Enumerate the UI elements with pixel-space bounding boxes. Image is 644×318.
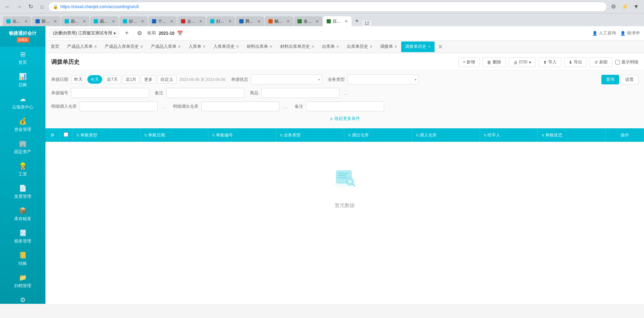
date-today-btn[interactable]: 今天	[87, 75, 102, 84]
import-btn[interactable]: ⬆ 导入	[539, 57, 561, 67]
page-tab-close-icon[interactable]: ✕	[311, 45, 314, 49]
detail-in-more-btn[interactable]: ...	[160, 104, 167, 109]
col-out-warehouse[interactable]: ⇅ 调出仓库	[344, 128, 412, 142]
sidebar-item-基础设置[interactable]: ⚙基础设置	[0, 292, 45, 304]
tab-close-icon[interactable]: ✕	[199, 19, 202, 24]
export-btn[interactable]: ⬇ 导出	[564, 57, 587, 67]
page-tab-close-icon[interactable]: ✕	[178, 45, 181, 49]
delete-btn[interactable]: 🗑 删除	[482, 57, 506, 67]
goods-input[interactable]	[261, 88, 339, 98]
page-tab-close-icon[interactable]: ✕	[428, 45, 431, 49]
page-tab-close-icon[interactable]: ✕	[269, 45, 272, 49]
browser-tab[interactable]: 在...✕	[3, 16, 31, 26]
col-voucher-date[interactable]: ⇅ 单账日期	[140, 128, 208, 142]
col-in-warehouse[interactable]: ⇅ 调入仓库	[412, 128, 480, 142]
back-btn[interactable]: ←	[3, 2, 13, 12]
profile-btn[interactable]: ⚡	[620, 2, 630, 12]
remark2-input[interactable]	[306, 101, 384, 111]
page-tab-close-icon[interactable]: ✕	[370, 45, 372, 49]
goods-more-btn[interactable]: ...	[342, 90, 349, 96]
display-detail-check[interactable]	[615, 60, 620, 65]
browser-tab[interactable]: 好...✕	[207, 16, 235, 26]
menu-btn[interactable]: ▼	[631, 2, 641, 12]
refresh-btn[interactable]: ↺ 刷新	[590, 57, 612, 67]
close-all-tabs-btn[interactable]: ✕	[435, 40, 446, 53]
tab-close-icon[interactable]: ✕	[141, 19, 144, 24]
status-select[interactable]	[251, 74, 322, 84]
query-btn[interactable]: 查询	[601, 75, 619, 84]
date-1month-btn[interactable]: 近1月	[122, 75, 140, 84]
date-custom-btn[interactable]: 自定义	[157, 75, 176, 84]
browser-tab[interactable]: 腾...✕	[236, 16, 264, 26]
sidebar-item-总账[interactable]: 📊总账	[0, 69, 45, 91]
col-status[interactable]: ⇅ 单账状态	[537, 128, 605, 142]
detail-out-more-btn[interactable]: ...	[282, 104, 289, 109]
page-tab-出库单[interactable]: 出库单 ✕	[318, 41, 343, 52]
col-biz-type[interactable]: ⇅ 业务类型	[276, 128, 344, 142]
refresh-btn[interactable]: ↻	[26, 2, 36, 12]
date-more-btn[interactable]: 更多	[141, 75, 156, 84]
type-select[interactable]	[348, 74, 419, 84]
date-7days-btn[interactable]: 近7天	[104, 75, 121, 84]
col-handler[interactable]: ⇅ 经手人	[480, 128, 538, 142]
browser-tab[interactable]: 新...✕	[32, 16, 60, 26]
service-btn[interactable]: 👤 人工咨询	[592, 30, 616, 36]
forward-btn[interactable]: →	[14, 2, 24, 12]
page-tab-出库单历史[interactable]: 出库单历史 ✕	[343, 41, 376, 52]
page-tab-入库单[interactable]: 入库单 ✕	[185, 41, 209, 52]
display-detail-checkbox[interactable]: 显示明细	[615, 59, 638, 65]
add-company-btn[interactable]: +	[122, 28, 132, 38]
new-btn[interactable]: + 新增	[458, 57, 480, 67]
page-tab-材料出库单历史[interactable]: 材料出库单历史 ✕	[276, 41, 318, 52]
voucher-input[interactable]	[71, 88, 149, 98]
page-tab-调拨单[interactable]: 调拨单 ✕	[376, 41, 401, 52]
browser-tab[interactable]: 易...✕	[90, 16, 119, 26]
tab-close-icon[interactable]: ✕	[345, 19, 348, 24]
table-settings-col[interactable]: ⚙	[45, 128, 60, 142]
remark-input[interactable]	[166, 88, 244, 98]
company-selector[interactable]: (勿删勿禁用) 江西服宝测试专用 ▾	[50, 29, 119, 38]
add-tab-btn[interactable]: +	[352, 17, 362, 26]
print-btn[interactable]: 🖨 打印 ▾	[509, 57, 536, 67]
user-info[interactable]: 👤 徐泽华	[620, 30, 640, 36]
tab-close-icon[interactable]: ✕	[112, 19, 115, 24]
page-tab-close-icon[interactable]: ✕	[140, 45, 143, 49]
table-checkbox-col[interactable]	[60, 128, 72, 142]
sidebar-item-首页[interactable]: ⊞首页	[0, 47, 45, 69]
browser-tab[interactable]: 易...✕	[61, 16, 89, 26]
collapse-btn[interactable]: ∧ 收起更多条件	[327, 115, 363, 122]
browser-tab[interactable]: 畅...✕	[265, 16, 293, 26]
browser-tab[interactable]: 个...✕	[148, 16, 177, 26]
col-voucher-no[interactable]: ⇅ 单账编号	[208, 128, 276, 142]
sidebar-item-发票管理[interactable]: 📄发票管理	[0, 181, 45, 203]
page-tab-调拨单历史[interactable]: 调拨单历史 ✕	[401, 41, 435, 52]
date-yesterday-btn[interactable]: 昨天	[71, 75, 86, 84]
sidebar-item-库存核算[interactable]: 📦库存核算	[0, 203, 45, 225]
browser-tab[interactable]: 各...✕	[294, 16, 322, 26]
calendar-icon[interactable]: 📅	[177, 30, 183, 36]
sidebar-item-归档管理[interactable]: 📁归档管理	[0, 270, 45, 292]
page-tab-close-icon[interactable]: ✕	[336, 45, 339, 49]
page-tab-产成品入库单历史[interactable]: 产成品入库单历史 ✕	[101, 41, 147, 52]
tab-close-icon[interactable]: ✕	[54, 19, 57, 24]
browser-tab[interactable]: 企...✕	[178, 16, 206, 26]
select-all-checkbox[interactable]	[64, 132, 68, 137]
sidebar-item-税务管理[interactable]: 🧾税务管理	[0, 225, 45, 248]
page-tab-产成品入库单[interactable]: 产成品入库单 ✕	[147, 41, 185, 52]
tab-close-icon[interactable]: ✕	[286, 19, 290, 24]
browser-tab[interactable]: 目...✕	[323, 16, 351, 26]
page-tab-close-icon[interactable]: ✕	[236, 45, 239, 49]
home-btn[interactable]: ⌂	[37, 2, 47, 12]
page-tab-close-icon[interactable]: ✕	[394, 45, 397, 49]
sidebar-item-固定资产[interactable]: 🏢固定资产	[0, 136, 45, 158]
sidebar-item-云报表中心[interactable]: ☁云报表中心	[0, 91, 45, 114]
page-tab-产成品入库单[interactable]: 产成品入库单 ✕	[63, 41, 101, 52]
page-tab-入库单历史[interactable]: 入库单历史 ✕	[209, 41, 243, 52]
tab-close-icon[interactable]: ✕	[83, 19, 86, 24]
address-bar[interactable]: 🔒 https://cloud.chanjet.com/accounting/u…	[48, 2, 607, 12]
page-tab-材料出库单[interactable]: 材料出库单 ✕	[243, 41, 276, 52]
detail-in-input[interactable]	[80, 101, 158, 111]
tab-close-icon[interactable]: ✕	[316, 19, 319, 24]
detail-out-input[interactable]	[201, 101, 279, 111]
tab-close-icon[interactable]: ✕	[24, 19, 28, 24]
